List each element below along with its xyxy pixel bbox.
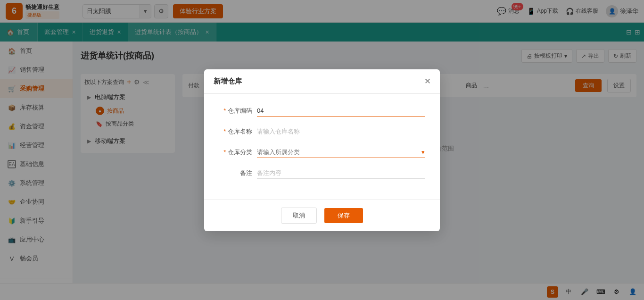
modal-close-btn[interactable]: ✕	[424, 77, 430, 86]
form-row-name: * 仓库名称	[219, 126, 425, 137]
category-dropdown-icon: ▾	[421, 149, 425, 156]
category-select-wrap[interactable]: ▾	[257, 147, 425, 158]
name-input[interactable]	[257, 126, 425, 137]
modal-title: 新增仓库	[214, 77, 242, 86]
modal-add-warehouse: 新增仓库 ✕ * 仓库编码 * 仓库名称	[204, 69, 440, 231]
code-label: * 仓库编码	[219, 107, 257, 115]
remark-label: 备注	[219, 169, 257, 177]
category-label: * 仓库分类	[219, 148, 257, 157]
name-label: * 仓库名称	[219, 127, 257, 136]
form-row-code: * 仓库编码	[219, 105, 425, 117]
modal-header: 新增仓库 ✕	[204, 69, 440, 94]
modal-overlay[interactable]: 新增仓库 ✕ * 仓库编码 * 仓库名称	[0, 0, 644, 300]
code-input[interactable]	[257, 105, 425, 117]
category-input[interactable]	[257, 149, 421, 156]
remark-input[interactable]	[257, 167, 425, 179]
cancel-button[interactable]: 取消	[281, 208, 317, 224]
modal-body: * 仓库编码 * 仓库名称 * 仓库分类	[204, 94, 440, 200]
form-row-remark: 备注	[219, 167, 425, 179]
modal-footer: 取消 保存	[204, 200, 440, 231]
form-row-category: * 仓库分类 ▾	[219, 147, 425, 158]
save-button[interactable]: 保存	[324, 208, 363, 223]
